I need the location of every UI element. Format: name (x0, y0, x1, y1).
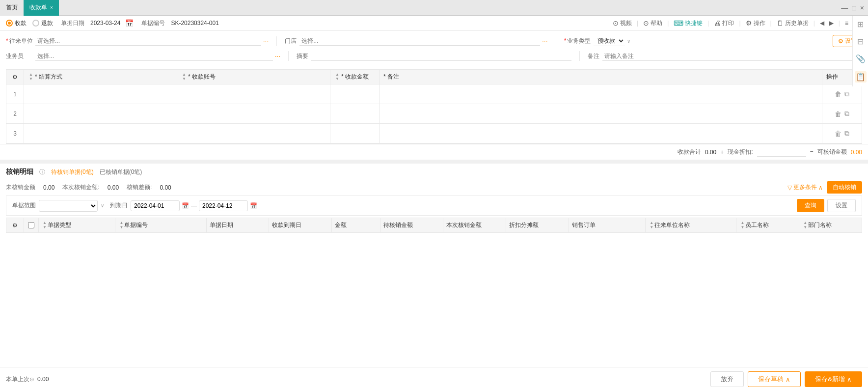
td-remark-2[interactable] (380, 104, 822, 123)
query-btn-group: 查询 设置 (797, 199, 856, 212)
gear-icon: ⚙ (12, 74, 18, 81)
bottom-th-gear[interactable]: ⚙ (6, 218, 24, 232)
radio-tuikuan[interactable]: 退款 (32, 19, 53, 28)
td-amount-3[interactable] (330, 124, 380, 143)
main-table: ⚙ ▲▼ * 结算方式 ▲▼ * 收款账号 ▲▼ * 收款金额 * 备注 操作 (6, 69, 862, 144)
maximize-icon[interactable]: □ (852, 4, 856, 12)
draft-chevron-icon: ∧ (786, 376, 790, 383)
nav-prev-btn[interactable]: ◀ (820, 20, 824, 27)
td-amount-2[interactable] (330, 104, 380, 123)
sidebar-icon-1[interactable]: ⊞ (857, 20, 864, 29)
video-btn[interactable]: ⊙ 视频 (613, 19, 632, 28)
staff-input[interactable] (35, 52, 273, 61)
due-date-end-input[interactable] (199, 200, 248, 211)
td-operation-2: 🗑 ⧉ (822, 104, 862, 123)
form-area: 往来单位 ··· 门店 ··· 业务类型 预收款 ∨ (0, 31, 868, 69)
hexiao-info-icon[interactable]: ⓘ (39, 168, 45, 176)
copy-row-1-icon[interactable]: ⧉ (844, 90, 849, 98)
summary-row: 收款合计 0.00 + 现金折扣: = 可核销金额 0.00 (0, 144, 868, 160)
store-more-icon[interactable]: ··· (542, 37, 548, 45)
td-account-1[interactable] (177, 84, 330, 104)
close-window-icon[interactable]: × (860, 4, 864, 12)
td-settlement-2[interactable] (24, 104, 177, 123)
operation-icon: ⚙ (746, 19, 752, 27)
delete-row-1-icon[interactable]: 🗑 (835, 90, 841, 98)
sidebar-icon-3[interactable]: 📎 (856, 54, 866, 63)
tab-home[interactable]: 首页 (0, 0, 24, 16)
td-row-num-1: 1 (6, 84, 24, 104)
query-row: 单据范围 ∨ 到期日 📅 — 📅 查询 设置 (6, 196, 862, 216)
draft-label: 保存草稿 (758, 375, 784, 384)
summary-label: 摘要 (297, 52, 311, 60)
discount-input[interactable] (757, 147, 806, 157)
operation-btn[interactable]: ⚙ 操作 (746, 19, 765, 28)
tab-pending-label: 待核销单据(0笔) (51, 168, 94, 176)
shortcut-btn[interactable]: ⌨ 快捷键 (674, 19, 703, 28)
more-conditions-btn[interactable]: ▽ 更多条件 ∧ (787, 183, 823, 192)
bottom-th-dept: ▲▼ 部门名称 (799, 218, 862, 232)
bill-date-field: 单据日期 2023-03-24 📅 (61, 19, 134, 28)
business-type-chevron: ∨ (627, 38, 630, 44)
due-date-label: 到期日 (110, 201, 128, 210)
delete-row-3-icon[interactable]: 🗑 (835, 130, 841, 138)
tab-pending[interactable]: 待核销单据(0笔) (51, 168, 94, 176)
delete-row-2-icon[interactable]: 🗑 (835, 110, 841, 118)
td-remark-3[interactable] (380, 124, 822, 143)
bill-range-select[interactable] (39, 200, 98, 212)
td-settlement-3[interactable] (24, 124, 177, 143)
auto-hexiao-button[interactable]: 自动核销 (827, 181, 862, 194)
partner-more-icon[interactable]: ··· (263, 37, 269, 45)
note-input[interactable] (602, 52, 862, 61)
td-account-3[interactable] (177, 124, 330, 143)
summary-input[interactable] (311, 52, 571, 61)
due-date-start-input[interactable] (131, 200, 180, 211)
td-settlement-1[interactable] (24, 84, 177, 104)
td-remark-1[interactable] (380, 84, 822, 104)
help-btn[interactable]: ⊙ 帮助 (643, 19, 662, 28)
more-conditions-label: 更多条件 (793, 183, 817, 192)
form-row-2: 业务员 ··· 摘要 备注 (6, 51, 862, 61)
query-button[interactable]: 查询 (797, 199, 824, 212)
bill-type-radio-group: 收款 退款 (6, 19, 53, 28)
bill-no-label: 单据编号 (141, 19, 165, 28)
calendar-icon[interactable]: 📅 (125, 19, 134, 27)
table-row: 2 🗑 ⧉ (6, 104, 862, 124)
tab-shoukuan[interactable]: 收款单 × (24, 0, 59, 16)
copy-row-3-icon[interactable]: ⧉ (844, 129, 849, 138)
minimize-icon[interactable]: — (841, 4, 848, 12)
select-all-checkbox[interactable] (28, 222, 34, 228)
query-settings-button[interactable]: 设置 (827, 199, 856, 212)
td-amount-1[interactable] (330, 84, 380, 104)
radio-shoukuan-dot (6, 20, 13, 27)
staff-more-icon[interactable]: ··· (275, 52, 281, 60)
abandon-button[interactable]: 放弃 (710, 371, 744, 387)
diff-label: 核销差额: (127, 183, 152, 192)
sidebar-icon-4[interactable]: 📋 (855, 71, 867, 83)
bottom-th-checkbox[interactable] (24, 218, 39, 232)
calendar-start-icon[interactable]: 📅 (182, 202, 189, 209)
hexiao-section: 核销明细 ⓘ 待核销单据(0笔) 已核销单据(0笔) 未核销金额 0.00 本次… (0, 164, 868, 367)
due-date-field: 到期日 📅 — 📅 (110, 200, 257, 211)
bill-range-field: 单据范围 ∨ (12, 200, 104, 212)
tab-close-icon[interactable]: × (50, 5, 53, 10)
sidebar-icon-2[interactable]: ⊟ (857, 37, 864, 46)
copy-row-2-icon[interactable]: ⧉ (844, 110, 849, 118)
tab-done[interactable]: 已核销单据(0笔) (100, 168, 142, 176)
radio-shoukuan[interactable]: 收款 (6, 19, 27, 28)
nav-next-btn[interactable]: ▶ (829, 20, 834, 27)
draft-button[interactable]: 保存草稿 ∧ (748, 371, 801, 387)
store-label: 门店 (285, 37, 299, 45)
calendar-end-icon[interactable]: 📅 (250, 202, 257, 209)
table-gear-header[interactable]: ⚙ (6, 70, 24, 84)
business-type-select[interactable]: 预收款 (594, 36, 625, 46)
store-input[interactable] (299, 36, 540, 46)
staff-label: 业务员 (6, 52, 35, 60)
partner-input[interactable] (35, 36, 261, 46)
history-btn[interactable]: 🗒 历史单据 (777, 19, 809, 28)
list-view-btn[interactable]: ≡ (845, 20, 848, 27)
print-btn[interactable]: 🖨 打印 (714, 19, 734, 28)
bottom-gear-icon: ⚙ (12, 222, 18, 229)
table-header: ⚙ ▲▼ * 结算方式 ▲▼ * 收款账号 ▲▼ * 收款金额 * 备注 操作 (6, 70, 862, 84)
save-new-button[interactable]: 保存&新增 ∧ (805, 371, 862, 387)
td-account-2[interactable] (177, 104, 330, 123)
